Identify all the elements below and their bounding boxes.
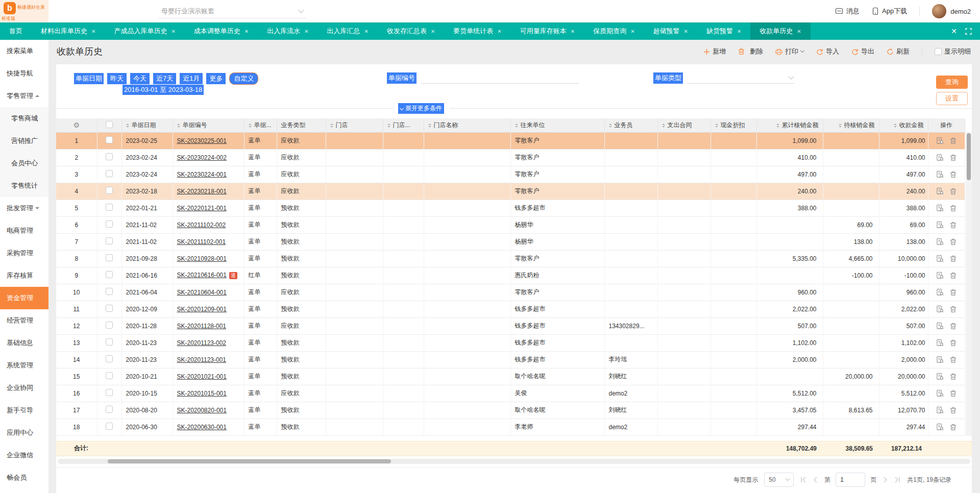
column-header-8[interactable]: 业务员 — [604, 118, 657, 132]
view-document-icon[interactable] — [936, 322, 944, 330]
view-document-icon[interactable] — [936, 339, 944, 347]
sort-icon[interactable] — [894, 124, 897, 128]
delete-button[interactable]: 删除 — [738, 47, 763, 56]
doc-number-link[interactable]: SK-20210928-001 — [177, 255, 227, 262]
tab-close-icon[interactable]: ✕ — [571, 29, 575, 34]
row-checkbox[interactable] — [106, 271, 113, 278]
doc-number-link[interactable]: SK-20220121-001 — [177, 205, 227, 212]
row-checkbox[interactable] — [106, 355, 113, 362]
sidebar-item-18[interactable]: 企业微信 — [0, 444, 48, 466]
sort-icon[interactable] — [515, 124, 518, 128]
app-download-button[interactable]: App下载 — [872, 7, 907, 16]
row-checkbox[interactable] — [106, 389, 113, 396]
close-all-tabs-icon[interactable]: ✕ — [951, 27, 957, 35]
date-range-value[interactable]: 2016-03-01 至 2023-03-18 — [122, 85, 204, 95]
delete-row-icon[interactable] — [950, 289, 957, 296]
sidebar-item-9[interactable]: 采购管理 — [0, 242, 48, 264]
select-all-checkbox[interactable] — [106, 121, 113, 128]
quick-more-button[interactable]: 更多 — [206, 73, 226, 84]
doc-number-link[interactable]: SK-20201021-001 — [177, 373, 227, 380]
tab-item-8[interactable]: 可用量库存账本✕ — [511, 22, 584, 40]
view-document-icon[interactable] — [936, 356, 944, 363]
sidebar-item-7[interactable]: 批发管理 — [0, 197, 48, 219]
view-document-icon[interactable] — [936, 204, 944, 212]
table-row[interactable]: 62021-11-02SK-20211102-002蓝单预收款杨丽华69.006… — [56, 216, 965, 233]
tab-item-6[interactable]: 收发存汇总表✕ — [378, 22, 444, 40]
tab-home[interactable]: 首页 — [0, 22, 32, 40]
first-page-icon[interactable] — [800, 476, 807, 483]
view-document-icon[interactable] — [936, 170, 944, 178]
view-document-icon[interactable] — [936, 255, 944, 262]
delete-row-icon[interactable] — [950, 188, 957, 195]
tab-item-11[interactable]: 缺货预警✕ — [697, 22, 750, 40]
sidebar-item-12[interactable]: 经营管理 — [0, 309, 48, 332]
vertical-scrollbar[interactable] — [966, 132, 972, 436]
sort-icon[interactable] — [177, 124, 180, 128]
table-row[interactable]: 152020-10-21SK-20201021-001蓝单预收款取个啥名呢刘晓红… — [56, 368, 965, 385]
tab-close-icon[interactable]: ✕ — [91, 29, 95, 34]
delete-row-icon[interactable] — [950, 137, 957, 144]
column-header-6[interactable]: 门店名称 — [424, 118, 510, 132]
sidebar-item-11[interactable]: 资金管理 — [0, 287, 48, 309]
column-header-10[interactable]: 现金折扣 — [710, 118, 756, 132]
sidebar-item-0[interactable]: 搜索菜单 — [0, 40, 48, 62]
sort-icon[interactable] — [330, 124, 333, 128]
sidebar-item-16[interactable]: 新手引导 — [0, 399, 48, 422]
tab-item-5[interactable]: 出入库汇总✕ — [318, 22, 378, 40]
view-document-icon[interactable] — [936, 137, 944, 144]
sort-icon[interactable] — [715, 124, 718, 128]
table-row[interactable]: 12023-02-25SK-20230225-001蓝单应收款零散客户1,099… — [56, 132, 965, 149]
row-checkbox[interactable] — [106, 237, 113, 244]
table-row[interactable]: 102021-06-04SK-20210604-001蓝单应收款零散客户960.… — [56, 284, 965, 301]
view-document-icon[interactable] — [936, 389, 944, 397]
doc-number-link[interactable]: SK-20230218-001 — [177, 188, 227, 195]
row-checkbox[interactable] — [106, 288, 113, 295]
table-row[interactable]: 122020-11-28SK-20201128-001蓝单应收款钱多多超市134… — [56, 317, 965, 334]
tab-close-icon[interactable]: ✕ — [737, 29, 741, 34]
table-row[interactable]: 72021-11-02SK-20211102-001蓝单预收款杨丽华138.00… — [56, 233, 965, 250]
table-row[interactable]: 142020-11-23SK-20201123-001蓝单预收款钱多多超市李玲瑶… — [56, 351, 965, 368]
import-button[interactable]: 导入 — [816, 47, 839, 56]
sort-icon[interactable] — [609, 124, 612, 128]
table-row[interactable]: 162020-10-15SK-20201015-001蓝单应收款吴俊demo25… — [56, 385, 965, 402]
tab-close-icon[interactable]: ✕ — [684, 29, 688, 34]
delete-row-icon[interactable] — [950, 255, 957, 262]
row-checkbox[interactable] — [106, 254, 113, 261]
tab-close-icon[interactable]: ✕ — [171, 29, 175, 34]
sidebar-item-19[interactable]: 畅会员 — [0, 466, 48, 489]
delete-row-icon[interactable] — [950, 306, 957, 313]
doc-number-link[interactable]: SK-20230225-001 — [177, 137, 227, 144]
doc-number-link[interactable]: SK-20200630-001 — [177, 424, 227, 431]
sort-icon[interactable] — [126, 124, 129, 128]
delete-row-icon[interactable] — [950, 154, 957, 161]
tab-item-3[interactable]: 成本调整单历史✕ — [185, 22, 258, 40]
doc-number-link[interactable]: SK-20201209-001 — [177, 306, 227, 313]
doc-type-select[interactable] — [687, 72, 794, 84]
last-page-icon[interactable] — [894, 476, 901, 483]
tab-item-2[interactable]: 产成品入库单历史✕ — [105, 22, 184, 40]
column-header-9[interactable]: 支出合同 — [657, 118, 710, 132]
delete-row-icon[interactable] — [950, 424, 957, 431]
print-button[interactable]: 打印 — [775, 47, 804, 56]
fullscreen-icon[interactable] — [965, 28, 972, 35]
sort-icon[interactable] — [776, 124, 779, 128]
table-row[interactable]: 92021-06-16SK-20210616-001退红单预收款惠氏奶粉-100… — [56, 267, 965, 284]
table-row[interactable]: 52022-01-21SK-20220121-001蓝单预收款钱多多超市388.… — [56, 200, 965, 216]
view-document-icon[interactable] — [936, 221, 944, 229]
tab-close-icon[interactable]: ✕ — [244, 29, 249, 34]
row-checkbox[interactable] — [106, 136, 113, 143]
sidebar-item-8[interactable]: 电商管理 — [0, 219, 48, 242]
sort-icon[interactable] — [839, 124, 842, 128]
table-row[interactable]: 82021-09-28SK-20210928-001蓝单预收款零散客户5,335… — [56, 250, 965, 267]
view-document-icon[interactable] — [936, 406, 944, 414]
tab-close-icon[interactable]: ✕ — [797, 29, 801, 34]
horizontal-scrollbar[interactable] — [58, 459, 970, 464]
row-checkbox[interactable] — [106, 406, 113, 413]
doc-number-link[interactable]: SK-20201015-001 — [177, 390, 227, 397]
sort-icon[interactable] — [428, 124, 431, 128]
column-header-1[interactable]: 单据编号 — [173, 118, 244, 132]
delete-row-icon[interactable] — [950, 323, 957, 330]
sidebar-item-2[interactable]: 零售管理 — [0, 85, 48, 107]
tab-item-4[interactable]: 出入库流水✕ — [258, 22, 317, 40]
sort-icon[interactable] — [662, 124, 665, 128]
